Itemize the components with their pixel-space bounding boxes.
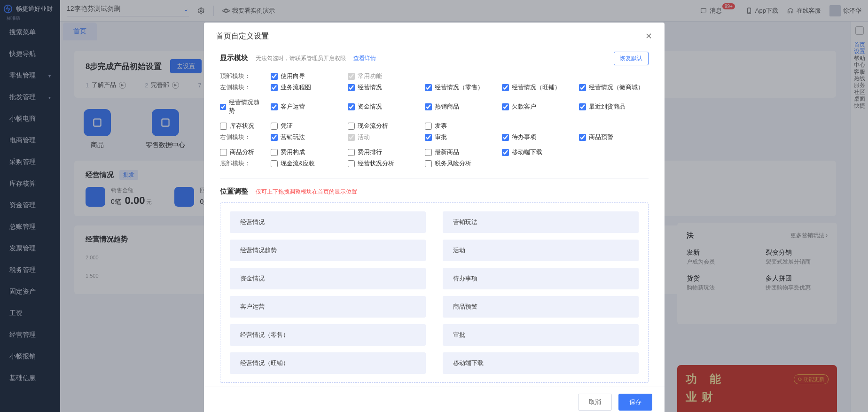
module-checkbox[interactable]: 费用排行: [348, 148, 417, 156]
module-checkbox[interactable]: 库存状况: [220, 122, 263, 130]
show-modules-hint: 无法勾选时，请联系管理员开启权限: [256, 54, 346, 62]
drag-module[interactable]: 活动: [443, 240, 639, 261]
drag-module[interactable]: 资金情况: [230, 268, 426, 289]
checkbox-input[interactable]: [502, 149, 509, 156]
checkbox-input[interactable]: [348, 134, 355, 141]
checkbox-input[interactable]: [502, 103, 509, 110]
modal-header: 首页自定义设置 ✕: [204, 23, 665, 50]
module-checkbox[interactable]: 商品预警: [579, 133, 649, 141]
module-checkbox[interactable]: 资金情况: [348, 102, 417, 111]
checkbox-input[interactable]: [271, 134, 278, 141]
home-customize-modal: 首页自定义设置 ✕ 显示模块 无法勾选时，请联系管理员开启权限 查看详情 恢复默…: [204, 23, 665, 412]
checkbox-input[interactable]: [271, 103, 278, 110]
show-modules-detail-link[interactable]: 查看详情: [353, 54, 376, 62]
module-checkbox[interactable]: 欠款客户: [502, 102, 571, 111]
module-checkbox[interactable]: 现金流&应收: [271, 159, 340, 168]
modal-title: 首页自定义设置: [216, 31, 269, 41]
module-checkbox[interactable]: 移动端下载: [502, 148, 571, 156]
drag-module[interactable]: 客户运营: [230, 296, 426, 318]
drag-module[interactable]: 经营情况: [230, 211, 426, 233]
checkbox-input[interactable]: [425, 123, 432, 130]
drag-module[interactable]: 审批: [443, 324, 639, 346]
checkbox-input[interactable]: [348, 103, 355, 110]
checkbox-input[interactable]: [271, 73, 278, 80]
drag-module[interactable]: 待办事项: [443, 268, 639, 289]
drag-module[interactable]: 经营情况（零售）: [230, 324, 426, 346]
module-checkbox[interactable]: 使用向导: [271, 72, 340, 80]
row-label: 底部模块：: [220, 159, 263, 168]
module-checkbox[interactable]: 热销商品: [425, 102, 494, 111]
drag-module[interactable]: 移动端下载: [443, 352, 639, 374]
restore-default-button[interactable]: 恢复默认: [614, 52, 649, 65]
section-show-modules: 显示模块: [220, 54, 248, 62]
checkbox-input[interactable]: [348, 84, 355, 91]
section-position: 位置调整: [220, 187, 248, 196]
module-checkbox[interactable]: 经营状况分析: [348, 159, 417, 168]
position-hint: 仅可上下拖拽调整模块在首页的显示位置: [256, 188, 357, 196]
checkbox-input[interactable]: [502, 84, 509, 91]
module-checkbox[interactable]: 经营情况（旺铺）: [502, 83, 571, 92]
drag-module[interactable]: 商品预警: [443, 296, 639, 318]
modal-footer: 取消 保存: [204, 387, 665, 412]
module-checkbox[interactable]: 税务风险分析: [425, 159, 494, 168]
module-checkbox[interactable]: 最新商品: [425, 148, 494, 156]
checkbox-input[interactable]: [348, 160, 355, 167]
checkbox-input[interactable]: [348, 123, 355, 130]
module-checkbox[interactable]: 客户运营: [271, 102, 340, 111]
module-checkbox[interactable]: 审批: [425, 133, 494, 141]
module-checkbox[interactable]: 费用构成: [271, 148, 340, 156]
checkbox-input[interactable]: [425, 160, 432, 167]
save-button[interactable]: 保存: [618, 394, 652, 411]
checkbox-input[interactable]: [425, 149, 432, 156]
checkbox-input[interactable]: [425, 103, 432, 110]
module-checkbox[interactable]: 活动: [348, 133, 417, 141]
checkbox-input[interactable]: [220, 123, 227, 130]
module-checkbox[interactable]: 凭证: [271, 122, 340, 130]
module-checkbox[interactable]: 经营情况: [348, 83, 417, 92]
row-label: 右侧模块：: [220, 133, 263, 141]
modal-overlay: 首页自定义设置 ✕ 显示模块 无法勾选时，请联系管理员开启权限 查看详情 恢复默…: [0, 0, 868, 412]
module-checkbox[interactable]: 经营情况趋势: [220, 98, 263, 115]
module-checkbox[interactable]: 商品分析: [220, 148, 263, 156]
module-checkbox[interactable]: 现金流分析: [348, 122, 417, 130]
checkbox-input[interactable]: [502, 134, 509, 141]
module-checkbox[interactable]: 发票: [425, 122, 494, 130]
checkbox-input[interactable]: [348, 73, 355, 80]
module-checkbox[interactable]: 业务流程图: [271, 83, 340, 92]
cancel-button[interactable]: 取消: [578, 394, 612, 411]
checkbox-input[interactable]: [271, 149, 278, 156]
checkbox-input[interactable]: [579, 134, 586, 141]
checkbox-input[interactable]: [579, 103, 586, 110]
position-drag-area: 经营情况经营情况趋势资金情况客户运营经营情况（零售）经营情况（旺铺） 营销玩法活…: [220, 202, 649, 383]
checkbox-input[interactable]: [425, 84, 432, 91]
checkbox-input[interactable]: [425, 134, 432, 141]
module-checkbox[interactable]: 营销玩法: [271, 133, 340, 141]
row-label: 左侧模块：: [220, 83, 263, 92]
module-checkbox[interactable]: 待办事项: [502, 133, 571, 141]
module-checkbox[interactable]: 经营情况（零售）: [425, 83, 494, 92]
checkbox-input[interactable]: [220, 149, 227, 156]
module-checkbox[interactable]: 常用功能: [348, 72, 417, 80]
close-icon[interactable]: ✕: [645, 31, 652, 41]
module-checkbox[interactable]: 经营情况（微商城）: [579, 83, 649, 92]
checkbox-input[interactable]: [271, 123, 278, 130]
drag-module[interactable]: 经营情况趋势: [230, 240, 426, 261]
module-checkbox[interactable]: 最近到货商品: [579, 102, 649, 111]
drag-module[interactable]: 经营情况（旺铺）: [230, 352, 426, 374]
checkbox-input[interactable]: [579, 84, 586, 91]
checkbox-input[interactable]: [271, 160, 278, 167]
checkbox-input[interactable]: [220, 103, 227, 110]
row-label: 顶部模块：: [220, 72, 263, 80]
checkbox-input[interactable]: [271, 84, 278, 91]
drag-module[interactable]: 营销玩法: [443, 211, 639, 233]
checkbox-input[interactable]: [348, 149, 355, 156]
